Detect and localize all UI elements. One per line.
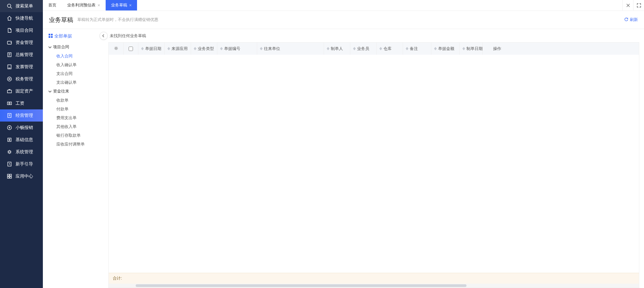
sort-icon[interactable] [434,47,437,50]
sidebar-item-salary[interactable]: 工资 [0,97,43,109]
sidebar-item-home[interactable]: 快捷导航 [0,12,43,24]
column-header-creator[interactable]: 制单人 [324,43,350,55]
sort-icon[interactable] [141,47,144,50]
column-header-gear[interactable] [109,43,124,55]
refresh-label: 刷新 [630,17,638,23]
category-item[interactable]: 支出合同 [47,69,104,78]
category-item[interactable]: 银行存取款单 [47,131,104,140]
column-header-date[interactable]: 单据日期 [138,43,165,55]
sidebar-item-tax[interactable]: 税务管理 [0,73,43,85]
category-item[interactable]: 收入确认单 [47,60,104,69]
category-item[interactable]: 应收应付调整单 [47,140,104,149]
sidebar-item-invoice[interactable]: 发票管理 [0,61,43,73]
main-area: 首页业务利润预估表×业务草稿× 业务草稿 草稿转为正式单据时，不会执行满赠促销优… [43,0,644,288]
column-header-remark[interactable]: 备注 [403,43,431,55]
sort-icon[interactable] [220,47,223,50]
category-item[interactable]: 收款单 [47,96,104,105]
tabs-bar: 首页业务利润预估表×业务草稿× [43,0,644,11]
category-item[interactable]: 支出确认单 [47,78,104,87]
sort-icon[interactable] [379,47,382,50]
svg-rect-16 [10,177,11,178]
scrollbar-thumb[interactable] [136,284,466,287]
sidebar-item-asset[interactable]: 固定资产 [0,85,43,97]
sidebar-item-expense[interactable]: 小畅报销 [0,122,43,134]
column-header-docno[interactable]: 单据编号 [217,43,257,55]
sidebar-item-info[interactable]: 基础信息 [0,134,43,146]
tab[interactable]: 业务利润预估表× [62,0,106,10]
column-label: 业务类型 [198,46,214,52]
sidebar-item-system[interactable]: 系统管理 [0,146,43,158]
column-label: 业务员 [357,46,369,52]
file-icon [7,28,12,33]
sidebar-item-file[interactable]: 项目合同 [0,24,43,36]
category-group-label: 项目合同 [53,44,69,50]
content-area: 未找到任何业务草稿 单据日期来源应用业务类型单据编号往来单位制单人业务员仓库备注… [104,29,644,288]
grid-icon [49,34,53,39]
select-all-checkbox[interactable] [129,47,133,51]
tab[interactable]: 业务草稿× [106,0,137,10]
column-header-warehouse[interactable]: 仓库 [377,43,403,55]
sidebar-item-label: 快捷导航 [16,15,33,21]
sidebar-item-label: 资金管理 [16,40,33,46]
category-item[interactable]: 其他收入单 [47,122,104,131]
category-group-title[interactable]: 资金往来 [47,87,104,96]
tab[interactable]: 首页 [43,0,62,10]
column-header-makedate[interactable]: 制单日期 [460,43,483,55]
sidebar-item-label: 项目合同 [16,27,33,33]
empty-message: 未找到任何业务草稿 [108,29,639,42]
column-label: 制单日期 [466,46,483,52]
category-item[interactable]: 付款单 [47,105,104,113]
sort-icon[interactable] [327,47,329,50]
horizontal-scrollbar[interactable] [109,284,639,288]
svg-rect-14 [10,174,11,176]
column-header-check[interactable] [124,43,138,55]
guide-icon [7,161,12,167]
column-header-biztype[interactable]: 业务类型 [191,43,217,55]
category-collapse-button[interactable] [100,32,108,40]
sort-icon[interactable] [406,47,408,50]
refresh-button[interactable]: 刷新 [624,17,638,23]
table-body [109,55,639,273]
category-item[interactable]: 费用支出单 [47,113,104,122]
salary-icon [7,101,12,106]
sidebar-item-guide[interactable]: 新手引导 [0,158,43,170]
sidebar-item-appstore[interactable]: 应用中心 [0,170,43,182]
sort-icon[interactable] [260,47,263,50]
column-header-action[interactable]: 操作 [483,43,511,55]
business-icon [7,113,12,118]
home-icon [7,16,12,21]
invoice-icon [7,64,12,70]
close-icon[interactable]: × [98,3,100,7]
sidebar-item-business[interactable]: 经营管理 [0,109,43,122]
column-header-partner[interactable]: 往来单位 [257,43,324,55]
category-all-documents[interactable]: 全部单据 [47,33,104,39]
gear-icon[interactable] [114,46,118,52]
fullscreen-button[interactable] [633,0,644,10]
category-group-title[interactable]: 项目合同 [47,43,104,52]
close-icon[interactable]: × [129,3,132,7]
sidebar-item-label: 应用中心 [16,173,33,179]
sort-icon[interactable] [462,47,465,50]
sidebar-item-ledger[interactable]: 总账管理 [0,49,43,61]
sort-icon[interactable] [353,47,356,50]
column-label: 往来单位 [264,46,280,52]
sort-icon[interactable] [167,47,170,50]
svg-point-0 [7,4,11,7]
info-icon [7,137,12,142]
tab-label: 业务草稿 [111,2,127,8]
search-icon [7,3,12,9]
column-header-amount[interactable]: 单据金额 [431,43,460,55]
column-header-sales[interactable]: 业务员 [350,43,377,55]
body-area: 全部单据 项目合同收入合同收入确认单支出合同支出确认单资金往来收款单付款单费用支… [43,29,644,288]
column-label: 制单人 [331,46,343,52]
sort-icon[interactable] [194,47,196,50]
svg-point-4 [7,77,11,81]
column-header-source[interactable]: 来源应用 [165,43,191,55]
sidebar-item-wallet[interactable]: 资金管理 [0,36,43,49]
column-label: 备注 [410,46,418,52]
tabs-close-all-button[interactable] [622,0,633,10]
category-item[interactable]: 收入合同 [47,52,104,60]
asset-icon [7,88,12,94]
column-label: 单据日期 [145,46,161,52]
sidebar-item-search[interactable]: 搜索菜单 [0,0,43,12]
